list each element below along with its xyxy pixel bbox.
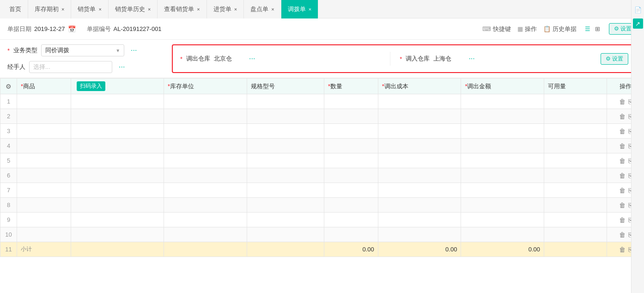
cell-goods[interactable] <box>17 168 71 183</box>
cell-qty[interactable] <box>324 213 378 227</box>
col-scan[interactable]: 扫码录入 <box>71 79 164 94</box>
cell-qty[interactable]: 0.00 <box>324 242 378 257</box>
sidebar-doc-button[interactable]: 📄 <box>633 5 643 15</box>
cell-spec[interactable] <box>247 213 324 227</box>
delete-icon[interactable]: 🗑 <box>619 231 626 238</box>
delete-icon[interactable]: 🗑 <box>619 157 626 165</box>
tab-view-sales[interactable]: 查看销货单 × <box>158 0 207 18</box>
delete-icon[interactable]: 🗑 <box>619 128 626 135</box>
close-icon[interactable]: × <box>309 6 311 12</box>
cell-unit[interactable] <box>164 183 247 198</box>
history-action[interactable]: 📋 历史单据 <box>543 25 577 33</box>
cell-spec[interactable] <box>247 168 324 183</box>
cell-qty[interactable] <box>324 124 378 139</box>
cell-qty[interactable] <box>324 227 378 242</box>
cell-amount[interactable] <box>461 124 544 139</box>
cell-amount[interactable] <box>461 168 544 183</box>
close-icon[interactable]: × <box>234 6 237 12</box>
delete-icon[interactable]: 🗑 <box>619 98 626 105</box>
delete-icon[interactable]: 🗑 <box>619 216 626 224</box>
cell-cost[interactable] <box>378 94 461 109</box>
cell-spec[interactable] <box>247 183 324 198</box>
business-type-more-button[interactable]: ··· <box>131 46 137 55</box>
cell-goods[interactable]: 小计 <box>17 242 71 257</box>
tab-stocktake[interactable]: 盘点单 × <box>244 0 281 18</box>
delete-icon[interactable]: 🗑 <box>619 201 626 209</box>
cell-unit[interactable] <box>164 109 247 124</box>
cell-goods[interactable] <box>17 139 71 153</box>
cell-qty[interactable] <box>324 153 378 168</box>
warehouse-in-more-button[interactable]: ··· <box>468 55 474 63</box>
tab-purchase[interactable]: 进货单 × <box>207 0 244 18</box>
warehouse-settings-button[interactable]: ⚙ 设置 <box>601 53 628 65</box>
gear-icon[interactable]: ⚙ <box>6 83 12 90</box>
cell-spec[interactable] <box>247 94 324 109</box>
cell-spec[interactable] <box>247 109 324 124</box>
cell-amount[interactable] <box>461 198 544 213</box>
cell-amount[interactable]: 0.00 <box>461 242 544 257</box>
cell-amount[interactable] <box>461 213 544 227</box>
tab-home[interactable]: 首页 <box>0 0 28 18</box>
shortcuts-action[interactable]: ⌨ 快捷键 <box>482 25 511 33</box>
tab-inventory-init[interactable]: 库存期初 × <box>28 0 71 18</box>
cell-amount[interactable] <box>461 227 544 242</box>
cell-cost[interactable]: 0.00 <box>378 242 461 257</box>
cell-amount[interactable] <box>461 94 544 109</box>
delete-icon[interactable]: 🗑 <box>619 172 626 179</box>
cell-cost[interactable] <box>378 168 461 183</box>
cell-spec[interactable] <box>247 227 324 242</box>
cell-goods[interactable] <box>17 124 71 139</box>
cell-spec[interactable] <box>247 242 324 257</box>
cell-goods[interactable] <box>17 213 71 227</box>
delete-icon[interactable]: 🗑 <box>619 113 626 120</box>
cell-qty[interactable] <box>324 198 378 213</box>
tab-transfer[interactable]: 调拨单 × <box>281 0 318 18</box>
cell-goods[interactable] <box>17 227 71 242</box>
cell-unit[interactable] <box>164 227 247 242</box>
handler-more-button[interactable]: ··· <box>119 63 125 71</box>
cell-amount[interactable] <box>461 139 544 153</box>
close-icon[interactable]: × <box>148 6 151 12</box>
cell-spec[interactable] <box>247 153 324 168</box>
operations-action[interactable]: ▦ 操作 <box>517 25 537 33</box>
cell-unit[interactable] <box>164 139 247 153</box>
cell-unit[interactable] <box>164 213 247 227</box>
list-view-icon[interactable]: ☰ <box>583 24 592 34</box>
cell-qty[interactable] <box>324 183 378 198</box>
cell-goods[interactable] <box>17 198 71 213</box>
cell-unit[interactable] <box>164 242 247 257</box>
cell-unit[interactable] <box>164 168 247 183</box>
handler-select[interactable]: 选择... <box>29 61 112 73</box>
cell-qty[interactable] <box>324 139 378 153</box>
cell-qty[interactable] <box>324 168 378 183</box>
close-icon[interactable]: × <box>271 6 274 12</box>
sidebar-expand-button[interactable]: ↗ <box>633 18 643 29</box>
cell-cost[interactable] <box>378 213 461 227</box>
cell-unit[interactable] <box>164 94 247 109</box>
cell-goods[interactable] <box>17 183 71 198</box>
tab-sales-order[interactable]: 销货单 × <box>71 0 108 18</box>
cell-cost[interactable] <box>378 183 461 198</box>
scan-button[interactable]: 扫码录入 <box>77 81 105 91</box>
cell-cost[interactable] <box>378 109 461 124</box>
cell-goods[interactable] <box>17 94 71 109</box>
cell-cost[interactable] <box>378 124 461 139</box>
delete-icon[interactable]: 🗑 <box>619 246 626 253</box>
warehouse-out-more-button[interactable]: ··· <box>249 55 255 63</box>
cell-amount[interactable] <box>461 109 544 124</box>
calendar-icon[interactable]: 📅 <box>68 25 76 33</box>
cell-cost[interactable] <box>378 198 461 213</box>
cell-goods[interactable] <box>17 109 71 124</box>
cell-goods[interactable] <box>17 153 71 168</box>
close-icon[interactable]: × <box>61 6 64 12</box>
cell-unit[interactable] <box>164 153 247 168</box>
cell-qty[interactable] <box>324 109 378 124</box>
cell-cost[interactable] <box>378 139 461 153</box>
cell-amount[interactable] <box>461 153 544 168</box>
cell-amount[interactable] <box>461 183 544 198</box>
delete-icon[interactable]: 🗑 <box>619 142 626 150</box>
cell-spec[interactable] <box>247 124 324 139</box>
cell-unit[interactable] <box>164 198 247 213</box>
cell-spec[interactable] <box>247 139 324 153</box>
grid-view-icon[interactable]: ⊞ <box>593 24 602 34</box>
